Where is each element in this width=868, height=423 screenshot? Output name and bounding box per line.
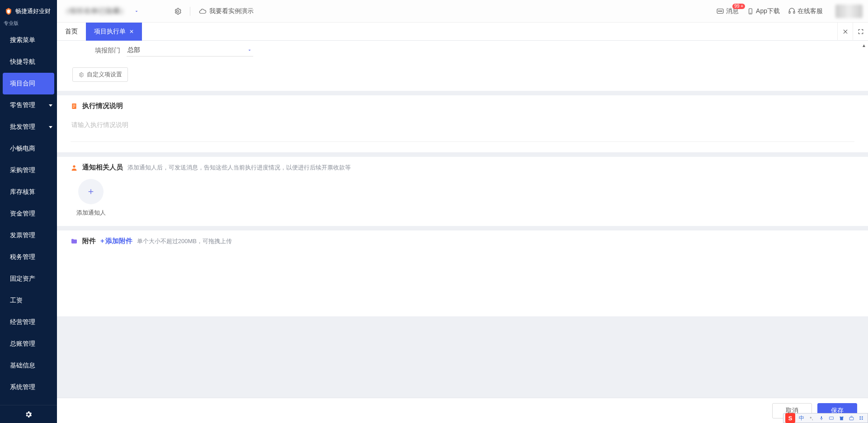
department-label: 填报部门: [71, 47, 120, 55]
tab-fullscreen-button[interactable]: [853, 23, 868, 41]
cloud-icon: [198, 7, 207, 15]
add-attachment-link[interactable]: +添加附件: [100, 237, 132, 245]
tab-home[interactable]: 首页: [57, 23, 86, 41]
section-title: 通知相关人员: [82, 163, 123, 172]
ime-toolbox-icon[interactable]: [847, 414, 856, 422]
demo-link[interactable]: 我要看实例演示: [198, 7, 254, 15]
svg-point-11: [80, 74, 82, 75]
sidebar-item-tax[interactable]: 税务管理: [0, 246, 57, 268]
sidebar-item-inventory[interactable]: 库存核算: [0, 181, 57, 203]
sidebar-item-label: 发票管理: [10, 231, 35, 240]
app-download-button[interactable]: App下载: [747, 7, 780, 15]
scroll-up-icon[interactable]: ▲: [860, 42, 868, 49]
sidebar-item-label: 基础信息: [10, 362, 35, 370]
ime-microphone-icon[interactable]: [817, 414, 826, 422]
svg-rect-20: [830, 417, 834, 420]
sidebar-item-search-menu[interactable]: 搜索菜单: [0, 29, 57, 51]
section-header-notify: 通知相关人员 添加通知人后，可发送消息，告知这些人当前执行进度情况，以便进行后续…: [71, 163, 854, 172]
svg-point-2: [718, 10, 719, 11]
tab-close-all-button[interactable]: [837, 23, 853, 41]
svg-point-3: [720, 10, 720, 11]
sidebar-item-purchase[interactable]: 采购管理: [0, 160, 57, 181]
sogou-logo-icon[interactable]: S: [785, 413, 795, 423]
sidebar-item-label: 资金管理: [10, 210, 35, 218]
svg-point-4: [721, 10, 722, 11]
custom-config-button[interactable]: 自定义项设置: [72, 67, 128, 82]
sidebar-item-system[interactable]: 系统管理: [0, 376, 57, 398]
svg-rect-19: [821, 416, 822, 418]
sidebar-item-wholesale[interactable]: 批发管理: [0, 116, 57, 138]
ime-menu-icon[interactable]: [857, 414, 866, 422]
svg-rect-15: [73, 107, 74, 108]
sidebar-item-label: 固定资产: [10, 275, 35, 283]
sidebar-item-fixed-assets[interactable]: 固定资产: [0, 268, 57, 290]
messages-badge: 99 +: [732, 4, 745, 9]
section-title: 执行情况说明: [82, 102, 123, 110]
sidebar-settings-icon[interactable]: [24, 410, 33, 418]
svg-point-16: [73, 165, 75, 167]
sidebar-items: 搜索菜单 快捷导航 项目合同 零售管理 批发管理 小畅电商 采购管理 库存核算 …: [0, 29, 57, 405]
chevron-down-icon: [49, 126, 52, 128]
svg-rect-25: [860, 417, 861, 418]
sidebar-item-operation[interactable]: 经营管理: [0, 311, 57, 333]
org-selector[interactable]: （组织名称已隐藏）: [62, 7, 166, 15]
tab-project-execution[interactable]: 项目执行单 ✕: [86, 23, 142, 41]
message-icon: [716, 7, 724, 15]
department-select[interactable]: 总部: [127, 44, 253, 56]
ime-keyboard-icon[interactable]: [827, 414, 836, 422]
chevron-down-icon: [134, 9, 139, 14]
sidebar-item-label: 采购管理: [10, 166, 35, 174]
close-icon[interactable]: ✕: [129, 28, 134, 35]
card-attachments: 附件 +添加附件 单个大小不超过200MB，可拖拽上传: [57, 230, 868, 321]
sidebar-item-quick-nav[interactable]: 快捷导航: [0, 51, 57, 73]
brand-edition: 专业版: [0, 20, 57, 29]
online-service-label: 在线客服: [797, 7, 823, 15]
sidebar-item-retail[interactable]: 零售管理: [0, 94, 57, 116]
header-actions: 消息 99 + App下载 在线客服: [716, 5, 863, 18]
app-download-label: App下载: [756, 7, 780, 15]
custom-config-label: 自定义项设置: [87, 70, 122, 79]
sidebar-item-basic-info[interactable]: 基础信息: [0, 355, 57, 376]
svg-point-0: [177, 10, 179, 12]
sidebar-item-label: 税务管理: [10, 253, 35, 261]
sidebar-item-label: 快捷导航: [10, 58, 35, 66]
chevron-down-icon: [247, 47, 252, 53]
section-title: 附件: [82, 237, 96, 245]
ime-toolbar: S 中 •,: [783, 413, 868, 423]
ime-lang-toggle[interactable]: 中: [797, 414, 806, 422]
sidebar-item-general-ledger[interactable]: 总账管理: [0, 333, 57, 355]
card-notify: 通知相关人员 添加通知人后，可发送消息，告知这些人当前执行进度情况，以便进行后续…: [57, 157, 868, 230]
exec-description-input[interactable]: [71, 118, 854, 142]
sidebar-item-project-contract[interactable]: 项目合同: [3, 73, 54, 94]
user-avatar[interactable]: [835, 5, 863, 18]
svg-rect-7: [789, 11, 790, 13]
sidebar-item-label: 库存核算: [10, 188, 35, 196]
section-hint: 添加通知人后，可发送消息，告知这些人当前执行进度情况，以便进行后续开票收款等: [127, 164, 351, 172]
brand: 畅捷通好业财: [0, 0, 57, 23]
folder-icon: [71, 238, 78, 245]
mobile-icon: [747, 8, 754, 15]
tabs-row: 首页 项目执行单 ✕: [57, 23, 868, 41]
messages-button[interactable]: 消息 99 +: [716, 7, 739, 15]
svg-rect-27: [860, 418, 861, 420]
card-form-header: 填报部门 总部 自定义项设置: [57, 41, 868, 95]
ime-punct-toggle[interactable]: •,: [807, 414, 816, 422]
sidebar-item-salary[interactable]: 工资: [0, 290, 57, 311]
sidebar-item-ecommerce[interactable]: 小畅电商: [0, 138, 57, 160]
online-service-button[interactable]: 在线客服: [788, 7, 823, 15]
add-attachment-label: 添加附件: [105, 237, 132, 244]
sidebar-item-invoice[interactable]: 发票管理: [0, 225, 57, 246]
headset-icon: [788, 7, 796, 15]
sidebar-item-label: 搜索菜单: [10, 36, 35, 44]
section-header-exec-desc: 执行情况说明: [71, 102, 854, 110]
sidebar-item-label: 小畅电商: [10, 145, 35, 153]
svg-rect-24: [849, 417, 854, 420]
header: （组织名称已隐藏） 我要看实例演示 消息 99 + App下载: [57, 0, 868, 23]
org-name: （组织名称已隐藏）: [62, 7, 127, 15]
ime-skin-icon[interactable]: [837, 414, 846, 422]
sidebar-item-label: 系统管理: [10, 383, 35, 391]
footer: 取消 保存: [57, 398, 868, 423]
add-notifier-button[interactable]: [78, 179, 104, 204]
sidebar-item-funds[interactable]: 资金管理: [0, 203, 57, 225]
header-settings-icon[interactable]: [174, 7, 182, 15]
